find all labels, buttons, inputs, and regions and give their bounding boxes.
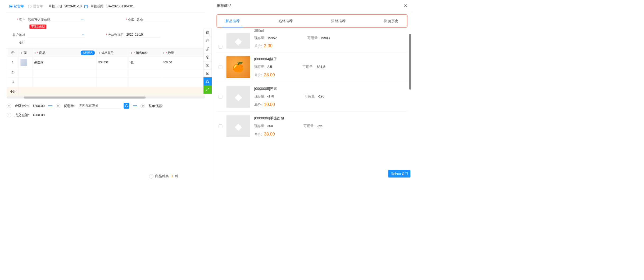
remark-input[interactable] bbox=[28, 42, 85, 44]
kinds-value: 1 bbox=[171, 174, 173, 178]
tab-new-recommend[interactable]: 新品推荐 bbox=[224, 15, 242, 27]
minus-icon bbox=[48, 105, 53, 106]
price-label: 单价: bbox=[254, 103, 262, 106]
product-title: [0000005]芒果 bbox=[254, 86, 407, 91]
close-icon[interactable] bbox=[404, 4, 407, 7]
avail-value: -190 bbox=[318, 95, 325, 98]
column-name-header[interactable]: ▲▼ * 商品 扫码录入 bbox=[32, 49, 97, 57]
tool-receive-icon[interactable] bbox=[203, 61, 212, 69]
scan-entry-button[interactable]: 扫码录入 bbox=[81, 50, 95, 55]
gear-icon bbox=[11, 51, 15, 54]
subtotal-row: 小计 bbox=[7, 87, 205, 96]
horizontal-scrollbar[interactable] bbox=[7, 96, 205, 99]
avail-label: 可用量: bbox=[303, 124, 315, 128]
panel-title: 推荐商品 bbox=[217, 3, 232, 8]
column-spec-label: 规格型号 bbox=[101, 51, 114, 55]
remark-label: 备注 bbox=[7, 41, 25, 45]
table-row[interactable]: 2 bbox=[7, 68, 205, 77]
product-list[interactable]: ◆ 250ml 现存量:19952 可用量:19903 单价:2.00 🍊 [0… bbox=[212, 29, 412, 179]
radio-return-order[interactable]: 退货单 bbox=[28, 4, 43, 8]
tool-link-icon[interactable] bbox=[203, 45, 212, 53]
product-thumbnail: ◆ bbox=[226, 33, 250, 49]
warehouse-input[interactable]: 总仓 bbox=[136, 17, 170, 23]
product-checkbox[interactable] bbox=[219, 45, 222, 49]
column-spec-header[interactable]: ▲▼ 规格型号 bbox=[97, 49, 129, 57]
column-unit-label: 销售单位 bbox=[136, 51, 148, 55]
selected-return-button[interactable]: 选中(0) 返回 bbox=[388, 170, 411, 178]
avail-label: 可用量: bbox=[302, 65, 314, 69]
product-title: [0000004]橘子 bbox=[254, 57, 407, 62]
svg-point-4 bbox=[12, 52, 13, 53]
due-value: 2020-01-10 bbox=[126, 33, 143, 36]
row-qty[interactable]: 400.00 bbox=[161, 57, 182, 68]
product-checkbox[interactable] bbox=[219, 95, 222, 99]
calendar-icon[interactable] bbox=[84, 4, 88, 8]
column-thumb-label: 商 bbox=[24, 51, 27, 55]
radio-sales-label: 销货单 bbox=[14, 4, 24, 8]
due-input[interactable]: 2020-01-10 bbox=[126, 32, 160, 38]
tab-slow-recommend[interactable]: 滞销推荐 bbox=[330, 15, 347, 27]
subtotal-label: 小计 bbox=[7, 87, 19, 96]
more-icon[interactable]: ··· bbox=[81, 18, 85, 22]
sort-icon: ▲▼ bbox=[20, 52, 22, 54]
list-item[interactable]: 🍊 [0000004]橘子 现存量:2.5 可用量:-681.5 单价:28.0… bbox=[217, 52, 407, 82]
radio-icon bbox=[28, 5, 31, 8]
tool-document-icon[interactable] bbox=[203, 29, 212, 37]
info-icon: i bbox=[149, 174, 153, 179]
doc-date-value[interactable]: 2020-01-10 bbox=[64, 4, 81, 8]
price-label: 单价: bbox=[254, 44, 262, 48]
tab-browse-history[interactable]: 浏览历史 bbox=[383, 15, 400, 27]
column-thumb-header[interactable]: ▲▼ 商 bbox=[19, 49, 32, 57]
address-input[interactable] bbox=[28, 32, 85, 38]
row-product-name[interactable]: 果倍爽 bbox=[32, 57, 97, 68]
chevron-down-icon[interactable] bbox=[81, 33, 85, 36]
price-value: 38.00 bbox=[264, 131, 275, 136]
price-value: 2.00 bbox=[264, 43, 272, 48]
list-item[interactable]: ◆ [0000005]芒果 现存量:-178 可用量:-190 单价:10.00 bbox=[217, 82, 407, 111]
deal-amount-value: 1200.00 bbox=[33, 113, 45, 117]
coupon-label: 优惠券: bbox=[64, 104, 75, 108]
radio-sales-order[interactable]: 销货单 bbox=[9, 4, 24, 8]
coupon-input[interactable] bbox=[78, 103, 120, 109]
row-spec[interactable]: 534532 bbox=[97, 57, 129, 68]
customer-input[interactable]: 苏州万达沃尔玛 ··· bbox=[28, 17, 85, 23]
row-thumbnail bbox=[19, 57, 32, 68]
list-item[interactable]: ◆ 250ml 现存量:19952 可用量:19903 单价:2.00 bbox=[217, 29, 407, 52]
price-label: 单价: bbox=[254, 132, 262, 136]
column-settings[interactable] bbox=[7, 49, 19, 57]
radio-icon bbox=[9, 5, 13, 8]
order-discount-label: 整单优惠: bbox=[148, 104, 163, 108]
svg-line-15 bbox=[208, 88, 209, 89]
avail-value: 256 bbox=[316, 124, 322, 128]
stock-value: -178 bbox=[267, 95, 274, 98]
avail-value: 19903 bbox=[320, 36, 330, 40]
tool-expand-icon[interactable] bbox=[203, 86, 212, 94]
stock-label: 现存量: bbox=[254, 95, 265, 98]
product-checkbox[interactable] bbox=[219, 124, 222, 128]
table-row[interactable]: 1 果倍爽 534532 包 400.00 bbox=[7, 57, 205, 68]
table-row[interactable]: 3 bbox=[7, 77, 205, 87]
price-value: 10.00 bbox=[264, 102, 275, 107]
row-index: 3 bbox=[7, 77, 19, 87]
avail-label: 可用量: bbox=[305, 95, 316, 98]
column-qty-header[interactable]: ▲▼ * 数量 bbox=[161, 49, 182, 57]
column-unit-header[interactable]: ▲▼ * 销售单位 bbox=[129, 49, 161, 57]
tool-currency-icon[interactable] bbox=[203, 69, 212, 77]
avail-value: -681.5 bbox=[316, 65, 325, 69]
sort-icon: ▲▼ bbox=[98, 52, 101, 54]
product-checkbox[interactable] bbox=[219, 65, 222, 69]
tool-exchange-icon[interactable] bbox=[203, 53, 212, 61]
list-item[interactable]: ◆ [0000006]手撕面包 现存量:300 可用量:256 单价:38.00 bbox=[217, 111, 407, 141]
footer-summary: i 商品种类: 1 种 bbox=[149, 174, 178, 179]
tab-hot-recommend[interactable]: 热销推荐 bbox=[277, 15, 294, 27]
row-unit[interactable]: 包 bbox=[129, 57, 161, 68]
column-qty-label: 数量 bbox=[168, 51, 174, 55]
refresh-button[interactable] bbox=[124, 103, 129, 109]
minus-icon bbox=[133, 105, 137, 106]
vertical-scrollbar[interactable] bbox=[409, 34, 411, 90]
sort-icon: ▲▼ bbox=[130, 52, 133, 54]
avail-label: 可用量: bbox=[307, 36, 318, 40]
stock-label: 现存量: bbox=[254, 124, 265, 128]
tool-chart-icon[interactable] bbox=[203, 37, 212, 45]
tool-star-icon[interactable] bbox=[203, 77, 212, 86]
